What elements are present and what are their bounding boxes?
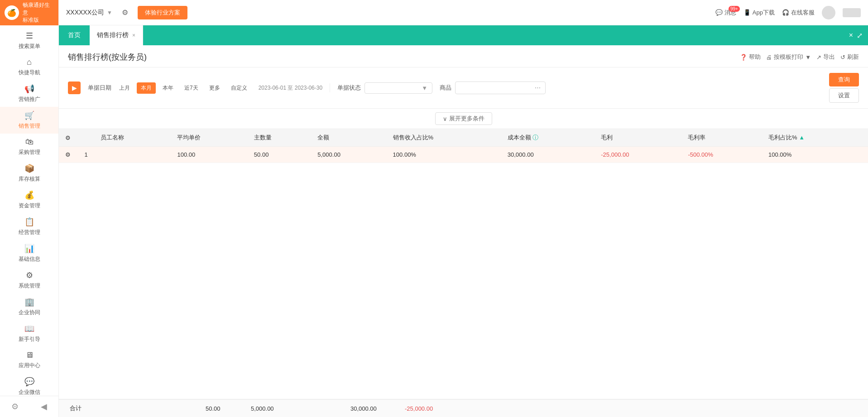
logo-text: 畅康通好生意 标准版 bbox=[23, 1, 54, 24]
sidebar-collapse-icon[interactable]: ◀ bbox=[41, 402, 47, 412]
page-actions: ❓ 帮助 🖨 按模板打印 ▼ ↗ 导出 ↺ 刷新 bbox=[740, 53, 859, 61]
row-main-qty: 50.00 bbox=[249, 147, 312, 163]
sidebar-label-search-order: 搜索菜单 bbox=[19, 43, 40, 50]
template-print-btn[interactable]: 🖨 按模板打印 ▼ bbox=[766, 53, 811, 61]
row-gross-rate: -500.00% bbox=[682, 147, 763, 163]
sidebar-icon-search-order: ☰ bbox=[26, 31, 33, 41]
sidebar-icon-enterprise: 🏢 bbox=[24, 297, 34, 307]
sidebar-item-quick-nav[interactable]: ⌂快捷导航 bbox=[0, 54, 58, 80]
trial-button[interactable]: 体验行业方案 bbox=[138, 6, 187, 19]
sidebar-item-wechat[interactable]: 💬企业微信 bbox=[0, 373, 58, 396]
sidebar-item-purchase[interactable]: 🛍采购管理 bbox=[0, 134, 58, 160]
sales-table: ⚙ 员工名称 平均单价 主数量 全额 销售收入占比% 成本全额 ⓘ 毛利 毛利率… bbox=[59, 129, 868, 163]
tab-maximize-icon[interactable]: ⤢ bbox=[857, 31, 863, 40]
sidebar-item-operations[interactable]: 📋经营管理 bbox=[0, 213, 58, 240]
sidebar-item-guide[interactable]: 📖新手引导 bbox=[0, 320, 58, 347]
status-label: 单据状态 bbox=[337, 84, 361, 92]
footer-gross-profit: -25,000.00 bbox=[399, 405, 454, 412]
date-tab-last_month[interactable]: 上月 bbox=[115, 82, 134, 94]
col-header-employee: 员工名称 bbox=[95, 129, 172, 147]
question-icon: ❓ bbox=[740, 54, 747, 61]
page-header: 销售排行榜(按业务员) ❓ 帮助 🖨 按模板打印 ▼ ↗ 导出 bbox=[59, 45, 868, 67]
query-button[interactable]: 查询 bbox=[829, 73, 859, 86]
footer-amount: 5,000.00 bbox=[245, 405, 291, 412]
sidebar-label-quick-nav: 快捷导航 bbox=[19, 69, 40, 77]
table-row: ⚙ 1 100.00 50.00 5,000.00 100.00% 30,000… bbox=[59, 147, 868, 163]
row-employee bbox=[95, 147, 172, 163]
sidebar-item-app-center[interactable]: 🖥应用中心 bbox=[0, 347, 58, 373]
print-icon: 🖨 bbox=[766, 54, 772, 61]
sidebar-item-search-order[interactable]: ☰搜索菜单 bbox=[0, 27, 58, 54]
sidebar-label-purchase: 采购管理 bbox=[19, 149, 40, 156]
sidebar-icon-operations: 📋 bbox=[24, 217, 34, 227]
sidebar-icon-basic-info: 📊 bbox=[24, 244, 34, 254]
col-header-gross-pct: 毛利占比% ▲ bbox=[763, 129, 868, 147]
row-settings[interactable]: ⚙ bbox=[59, 147, 77, 163]
table-footer: 合计 50.00 5,000.00 30,000.00 -25,000.00 bbox=[59, 399, 868, 417]
tab-close-icon[interactable]: × bbox=[132, 32, 135, 38]
row-gross-pct: 100.00% bbox=[763, 147, 868, 163]
filter-status-group: 单据状态 ▼ bbox=[337, 82, 432, 94]
date-tab-custom[interactable]: 自定义 bbox=[227, 82, 251, 94]
table-wrapper: ⚙ 员工名称 平均单价 主数量 全额 销售收入占比% 成本全额 ⓘ 毛利 毛利率… bbox=[59, 129, 868, 399]
sidebar-label-system: 系统管理 bbox=[19, 282, 40, 290]
filter-date-group: 单据日期 上月本月本年近7天更多自定义 bbox=[88, 82, 251, 94]
sidebar-item-sales[interactable]: 🛒销售管理 bbox=[0, 107, 58, 134]
message-icon: 💬 bbox=[715, 9, 723, 16]
col-header-amount: 全额 bbox=[312, 129, 387, 147]
headset-icon: 🎧 bbox=[782, 9, 789, 16]
date-tab-more[interactable]: 更多 bbox=[205, 82, 224, 94]
sidebar-icon-purchase: 🛍 bbox=[25, 137, 34, 147]
help-btn[interactable]: ❓ 帮助 bbox=[740, 53, 761, 61]
sidebar-item-finance[interactable]: 💰资金管理 bbox=[0, 187, 58, 213]
filter-settings-button[interactable]: 设置 bbox=[829, 88, 859, 103]
goods-input[interactable]: ··· bbox=[455, 81, 546, 94]
template-print-chevron-icon: ▼ bbox=[805, 54, 811, 61]
col-header-settings: ⚙ bbox=[59, 129, 77, 147]
export-btn[interactable]: ↗ 导出 bbox=[816, 53, 835, 61]
status-select[interactable]: ▼ bbox=[364, 82, 432, 94]
refresh-btn[interactable]: ↺ 刷新 bbox=[840, 53, 859, 61]
expand-conditions-btn[interactable]: ∨ 展开更多条件 bbox=[435, 112, 492, 125]
footer-cost: 30,000.00 bbox=[345, 405, 399, 412]
tab-sales-ranking-label: 销售排行榜 bbox=[97, 31, 129, 39]
date-tab-this_month[interactable]: 本月 bbox=[137, 82, 156, 94]
sidebar-item-marketing[interactable]: 📢营销推广 bbox=[0, 80, 58, 107]
sidebar-settings-icon[interactable]: ⚙ bbox=[11, 402, 19, 412]
message-item[interactable]: 💬 消息 99+ bbox=[715, 9, 736, 17]
sidebar-icon-wechat: 💬 bbox=[24, 377, 34, 387]
row-cost: 30,000.00 bbox=[502, 147, 595, 163]
sidebar-logo: 🍊 畅康通好生意 标准版 bbox=[0, 0, 58, 25]
sidebar-item-system[interactable]: ⚙系统管理 bbox=[0, 267, 58, 293]
status-select-chevron-icon: ▼ bbox=[422, 85, 427, 91]
date-tab-this_year[interactable]: 本年 bbox=[158, 82, 177, 94]
tab-home[interactable]: 首页 bbox=[59, 25, 90, 45]
header-right: 💬 消息 99+ 📱 App下载 🎧 在线客服 bbox=[715, 6, 861, 19]
sidebar-icon-inventory: 📦 bbox=[24, 163, 34, 173]
sidebar-label-finance: 资金管理 bbox=[19, 202, 40, 210]
tab-minimize-icon[interactable]: × bbox=[849, 31, 853, 39]
sidebar-bottom: ⚙ ◀ bbox=[0, 396, 58, 417]
sidebar-label-sales: 销售管理 bbox=[19, 122, 40, 130]
date-tab-last_7[interactable]: 近7天 bbox=[180, 82, 202, 94]
app-download-label: App下载 bbox=[753, 9, 775, 17]
online-service-item[interactable]: 🎧 在线客服 bbox=[782, 9, 815, 17]
row-avg-price: 100.00 bbox=[172, 147, 248, 163]
header-settings-icon[interactable]: ⚙ bbox=[118, 5, 132, 20]
sidebar-label-operations: 经营管理 bbox=[19, 229, 40, 236]
filter-expand-btn[interactable]: ▶ bbox=[68, 81, 81, 94]
date-range: 2023-06-01 至 2023-06-30 bbox=[259, 84, 322, 92]
sidebar-item-enterprise[interactable]: 🏢企业协同 bbox=[0, 293, 58, 320]
filter-separator bbox=[330, 83, 330, 92]
sidebar-label-inventory: 库存核算 bbox=[19, 175, 40, 183]
username-placeholder bbox=[843, 8, 861, 17]
sidebar-item-basic-info[interactable]: 📊基础信息 bbox=[0, 240, 58, 267]
tab-sales-ranking[interactable]: 销售排行榜 × bbox=[90, 25, 143, 45]
app-download-item[interactable]: 📱 App下载 bbox=[743, 9, 775, 17]
company-selector[interactable]: XXXXXX公司 ▼ bbox=[66, 9, 112, 17]
sidebar-item-inventory[interactable]: 📦库存核算 bbox=[0, 160, 58, 187]
expand-conditions-row: ∨ 展开更多条件 bbox=[59, 109, 868, 129]
user-avatar[interactable] bbox=[822, 6, 835, 19]
sidebar-label-enterprise: 企业协同 bbox=[19, 309, 40, 316]
sidebar-label-guide: 新手引导 bbox=[19, 336, 40, 343]
